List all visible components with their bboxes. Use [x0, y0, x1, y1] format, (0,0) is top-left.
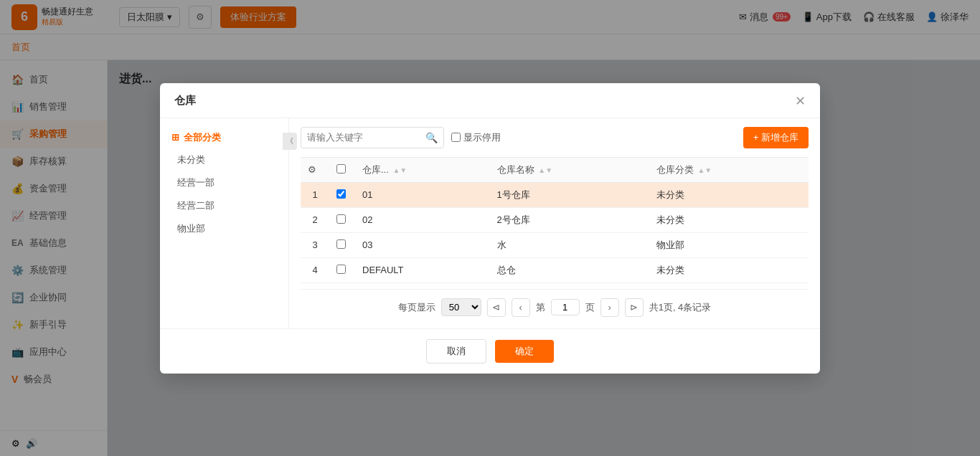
prev-page-button[interactable]: ‹ — [512, 298, 530, 317]
row-num: 3 — [301, 232, 329, 257]
row-checkbox[interactable] — [336, 189, 346, 199]
row-name: 2号仓库 — [490, 207, 649, 232]
next-page-button[interactable]: › — [600, 298, 619, 317]
sort-icon-category: ▲▼ — [697, 166, 712, 174]
tree-item-dept1[interactable]: 经营一部 — [160, 171, 288, 194]
tree-item-uncategorized[interactable]: 未分类 — [160, 148, 288, 171]
row-category: 未分类 — [649, 257, 809, 282]
row-num: 4 — [301, 257, 329, 282]
row-category: 未分类 — [649, 207, 809, 232]
modal-right-content: 🔍 显示停用 + 新增仓库 ⚙ — [289, 118, 820, 328]
table-row[interactable]: 1 01 1号仓库 未分类 — [301, 182, 809, 207]
page-label: 第 — [536, 301, 545, 314]
search-input-wrap: 🔍 — [301, 127, 444, 148]
search-input[interactable] — [307, 132, 425, 143]
row-checkbox[interactable] — [336, 265, 346, 274]
th-category: 仓库分类 ▲▼ — [649, 157, 809, 182]
modal-close-button[interactable]: ✕ — [795, 93, 806, 109]
pagination-bar: 每页显示 50 10 20 100 ⊲ ‹ 第 页 › ⊳ 共1页, 4条记录 — [301, 289, 809, 320]
confirm-button[interactable]: 确定 — [495, 340, 554, 363]
row-checkbox-cell — [329, 232, 355, 257]
row-name: 水 — [490, 232, 649, 257]
th-check — [329, 157, 355, 182]
sort-icon-name: ▲▼ — [538, 166, 552, 174]
row-name: 总仓 — [490, 257, 649, 282]
table-wrapper: ⚙ 仓库... ▲▼ 仓库名称 ▲▼ — [301, 157, 809, 283]
table-body: 1 01 1号仓库 未分类 2 02 2号仓库 未分类 3 03 水 物业部 4… — [301, 182, 809, 282]
row-code: DEFAULT — [355, 257, 490, 282]
tree-all-category[interactable]: ⊞ 全部分类 — [160, 127, 288, 148]
show-disabled-checkbox[interactable]: 显示停用 — [451, 131, 501, 144]
modal-title: 仓库 — [174, 94, 196, 108]
sort-icon-code: ▲▼ — [392, 166, 407, 174]
page-unit-label: 页 — [585, 301, 595, 314]
add-warehouse-button[interactable]: + 新增仓库 — [743, 127, 809, 148]
per-page-label: 每页显示 — [398, 301, 435, 314]
row-checkbox-cell — [329, 257, 355, 282]
first-page-button[interactable]: ⊲ — [487, 298, 506, 317]
row-category: 物业部 — [649, 232, 809, 257]
show-disabled-check[interactable] — [451, 133, 461, 142]
tree-all-label: 全部分类 — [184, 131, 221, 144]
table-row[interactable]: 3 03 水 物业部 — [301, 232, 809, 257]
th-gear: ⚙ — [301, 157, 329, 182]
row-checkbox[interactable] — [336, 239, 346, 249]
row-num: 2 — [301, 207, 329, 232]
grid-icon: ⊞ — [171, 132, 179, 143]
table-row[interactable]: 4 DEFAULT 总仓 未分类 — [301, 257, 809, 282]
tree-item-property[interactable]: 物业部 — [160, 217, 288, 240]
row-checkbox[interactable] — [336, 214, 346, 224]
search-icon: 🔍 — [425, 132, 438, 143]
th-code-label: 仓库... — [362, 164, 389, 175]
th-code: 仓库... ▲▼ — [355, 157, 490, 182]
row-code: 01 — [355, 182, 490, 207]
search-toolbar: 🔍 显示停用 + 新增仓库 — [301, 127, 809, 148]
modal-tree: 《 ⊞ 全部分类 未分类 经营一部 经营二部 物业部 — [160, 118, 289, 328]
warehouse-modal: 仓库 ✕ 《 ⊞ 全部分类 未分类 经营一部 经营二部 物业部 — [160, 83, 820, 374]
show-disabled-label: 显示停用 — [463, 131, 501, 144]
table-row[interactable]: 2 02 2号仓库 未分类 — [301, 207, 809, 232]
row-category: 未分类 — [649, 182, 809, 207]
row-num: 1 — [301, 182, 329, 207]
page-number-input[interactable] — [551, 299, 580, 315]
th-category-label: 仓库分类 — [656, 164, 694, 175]
gear-header-icon[interactable]: ⚙ — [308, 164, 316, 175]
row-name: 1号仓库 — [490, 182, 649, 207]
th-name-label: 仓库名称 — [497, 164, 534, 175]
row-checkbox-cell — [329, 207, 355, 232]
tree-item-dept2[interactable]: 经营二部 — [160, 194, 288, 217]
modal-body: 《 ⊞ 全部分类 未分类 经营一部 经营二部 物业部 🔍 — [160, 118, 820, 328]
row-checkbox-cell — [329, 182, 355, 207]
th-name: 仓库名称 ▲▼ — [490, 157, 649, 182]
total-info: 共1页, 4条记录 — [649, 301, 712, 314]
tree-collapse-button[interactable]: 《 — [283, 133, 297, 150]
modal-overlay: 仓库 ✕ 《 ⊞ 全部分类 未分类 经营一部 经营二部 物业部 — [0, 0, 980, 456]
cancel-button[interactable]: 取消 — [426, 339, 486, 364]
modal-footer: 取消 确定 — [160, 328, 820, 374]
last-page-button[interactable]: ⊳ — [625, 298, 644, 317]
table-header: ⚙ 仓库... ▲▼ 仓库名称 ▲▼ — [301, 157, 809, 182]
row-code: 02 — [355, 207, 490, 232]
select-all-checkbox[interactable] — [336, 164, 346, 174]
per-page-select[interactable]: 50 10 20 100 — [441, 298, 481, 316]
warehouse-table: ⚙ 仓库... ▲▼ 仓库名称 ▲▼ — [301, 157, 809, 283]
row-code: 03 — [355, 232, 490, 257]
modal-header: 仓库 ✕ — [160, 83, 820, 118]
